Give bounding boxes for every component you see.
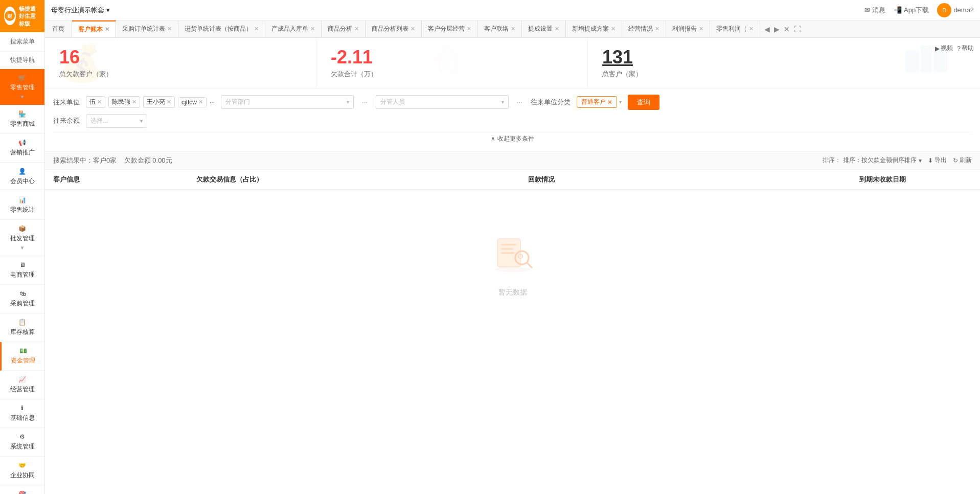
collapse-button[interactable]: ∧ 收起更多条件 — [53, 132, 972, 145]
category-tag-close[interactable]: ✕ — [607, 99, 612, 106]
tab-goods-analysis[interactable]: 商品分析 ✕ — [322, 21, 366, 37]
unit-tag-cjttcw-close[interactable]: ✕ — [198, 99, 203, 105]
sort-arrow-icon: ▾ — [919, 157, 922, 164]
tab-customer-tier[interactable]: 客户分层经营 ✕ — [422, 21, 478, 37]
tabs-next-button[interactable]: ▶ — [773, 24, 781, 34]
dropdown-arrow-icon: ▾ — [106, 6, 110, 14]
sidebar-item-retail[interactable]: 🛒 零售管理 ▼ — [0, 69, 44, 105]
svg-rect-9 — [501, 248, 513, 250]
empty-state: 暂无数据 — [45, 190, 980, 338]
stat-bg-icon-2 — [425, 41, 471, 85]
sidebar-item-finance[interactable]: 💵 资金管理 — [0, 342, 44, 371]
tab-close-new-boost[interactable]: ✕ — [611, 26, 616, 32]
refresh-button[interactable]: ↻ 刷新 — [953, 156, 972, 165]
tab-close-tier[interactable]: ✕ — [467, 26, 471, 32]
video-link[interactable]: ▶ 视频 — [935, 44, 953, 53]
export-button[interactable]: ⬇ 导出 — [928, 156, 947, 165]
balance-select[interactable]: 选择... ▾ — [86, 114, 147, 128]
stats-row: 💰 16 总欠款客户（家） -2.11 欠款合计（万） — [45, 38, 980, 88]
unit-tag-chen: 陈民强 ✕ — [108, 96, 140, 108]
svg-rect-8 — [501, 244, 516, 245]
tab-close-ops[interactable]: ✕ — [655, 26, 659, 32]
unit-tag-wu-close[interactable]: ✕ — [97, 99, 102, 105]
tab-home[interactable]: 首页 — [45, 21, 72, 37]
tab-operations[interactable]: 经营情况 ✕ — [622, 21, 666, 37]
tab-close-account[interactable]: ✕ — [105, 26, 109, 33]
user-avatar-area[interactable]: D demo2 — [937, 3, 974, 17]
sidebar-item-wholesale[interactable]: 📦 批发管理 ▼ — [0, 220, 44, 256]
sidebar-item-enterprise[interactable]: 🤝 企业协同 — [0, 457, 44, 485]
category-label: 往来单位分类 — [531, 98, 571, 107]
stat-number-debt: -2.11 — [331, 47, 373, 68]
tab-close-boost[interactable]: ✕ — [555, 26, 559, 32]
more-tags-btn[interactable]: ··· — [210, 99, 215, 106]
category-arrow-icon[interactable]: ▾ — [619, 99, 622, 105]
tabs-prev-button[interactable]: ◀ — [763, 24, 771, 34]
sidebar-item-purchase[interactable]: 🛍 采购管理 — [0, 285, 44, 313]
tab-retail-profit[interactable]: 零售利润（ ✕ — [710, 21, 760, 37]
sidebar-item-ecommerce[interactable]: 🖥 电商管理 — [0, 256, 44, 285]
finance-icon: 💵 — [19, 347, 27, 354]
sidebar-item-retail-mall[interactable]: 🏪 零售商城 — [0, 105, 44, 134]
tab-profit-report[interactable]: 利润报告 ✕ — [666, 21, 710, 37]
sidebar-item-marketing[interactable]: 📢 营销推广 — [0, 134, 44, 163]
unit-tag-chen-close[interactable]: ✕ — [132, 99, 136, 105]
help-link[interactable]: ? 帮助 — [957, 44, 974, 53]
sidebar-item-inventory[interactable]: 📋 库存核算 — [0, 313, 44, 342]
tab-close-goods-list[interactable]: ✕ — [411, 26, 415, 32]
expand-icon: ▼ — [20, 94, 25, 100]
content-area: 💰 16 总欠款客户（家） -2.11 欠款合计（万） — [45, 38, 980, 494]
tab-close-product[interactable]: ✕ — [310, 26, 315, 32]
dept-select[interactable]: 分管部门 ▾ — [221, 95, 354, 109]
tabs-nav: ◀ ▶ ✕ ⛶ — [760, 24, 805, 34]
result-actions: 排序： 排序：按欠款金额倒序排序 ▾ ⬇ 导出 ↻ 刷新 — [823, 156, 972, 165]
filter-row-2: 往来余额 选择... ▾ — [53, 114, 972, 128]
tab-product-inbound[interactable]: 产成品入库单 ✕ — [265, 21, 322, 37]
tab-close-purchase[interactable]: ✕ — [167, 26, 172, 32]
guide-icon: 🎯 — [18, 490, 26, 494]
tab-boost[interactable]: 提成设置 ✕ — [522, 21, 566, 37]
sidebar-item-operations[interactable]: 📈 经营管理 — [0, 371, 44, 399]
stat-number-all-customers: 131 — [602, 47, 633, 68]
enterprise-icon: 🤝 — [18, 462, 26, 469]
tab-goods-analysis-list[interactable]: 商品分析列表 ✕ — [366, 21, 422, 37]
tabs-close-all-button[interactable]: ✕ — [783, 24, 791, 34]
tabs-maximize-button[interactable]: ⛶ — [793, 24, 802, 34]
tab-close-retail-profit[interactable]: ✕ — [749, 26, 754, 32]
stats-icon: 📊 — [18, 196, 26, 204]
stat-bg-icon-1: 💰 — [59, 42, 104, 84]
sort-select[interactable]: 排序： 排序：按欠款金额倒序排序 ▾ — [823, 156, 922, 165]
sidebar-item-basic-info[interactable]: ℹ 基础信息 — [0, 399, 44, 428]
sidebar-logo[interactable]: 财 畅捷通好生意 标版 — [0, 0, 44, 32]
svg-text:财: 财 — [7, 13, 13, 19]
message-button[interactable]: ✉ 消息 — [864, 6, 885, 15]
sidebar: 财 畅捷通好生意 标版 搜索菜单 快捷导航 🛒 零售管理 ▼ 🏪 零售商城 📢 … — [0, 0, 45, 494]
account-dropdown[interactable]: 母婴行业演示帐套 ▾ — [51, 6, 110, 15]
sidebar-item-member[interactable]: 👤 会员中心 — [0, 163, 44, 191]
query-button[interactable]: 查询 — [628, 95, 659, 110]
tab-close-goods[interactable]: ✕ — [354, 26, 359, 32]
dept-more-btn[interactable]: ··· — [360, 96, 370, 108]
person-select[interactable]: 分管人员 ▾ — [376, 95, 509, 109]
tab-account[interactable]: 客户账本 ✕ — [72, 20, 116, 37]
system-icon: ⚙ — [19, 433, 25, 440]
tab-new-boost[interactable]: 新增提成方案 ✕ — [566, 21, 622, 37]
tab-inbound-stat[interactable]: 进货单统计表（按商品） ✕ — [178, 21, 265, 37]
sidebar-item-quick-nav[interactable]: 快捷导航 — [0, 52, 44, 69]
tab-customer-contact[interactable]: 客户联络 ✕ — [478, 21, 522, 37]
svg-rect-4 — [921, 46, 931, 72]
unit-label: 往来单位 — [53, 98, 80, 107]
tab-close-profit[interactable]: ✕ — [699, 26, 703, 32]
tab-close-contact[interactable]: ✕ — [511, 26, 515, 32]
tab-close-inbound[interactable]: ✕ — [254, 26, 259, 32]
sidebar-item-new-guide[interactable]: 🎯 新手引导 — [0, 485, 44, 494]
app-download-button[interactable]: 📲 App下载 — [894, 6, 929, 15]
sidebar-item-system[interactable]: ⚙ 系统管理 — [0, 428, 44, 457]
sidebar-item-retail-stats[interactable]: 📊 零售统计 — [0, 191, 44, 220]
unit-tag-wang-close[interactable]: ✕ — [167, 99, 171, 105]
sidebar-item-search[interactable]: 搜索菜单 — [0, 32, 44, 52]
basic-info-icon: ℹ — [21, 405, 24, 412]
tab-purchase-stat[interactable]: 采购订单统计表 ✕ — [116, 21, 178, 37]
person-more-btn[interactable]: ··· — [515, 96, 525, 108]
logo-text: 畅捷通好生意 标版 — [19, 5, 40, 27]
